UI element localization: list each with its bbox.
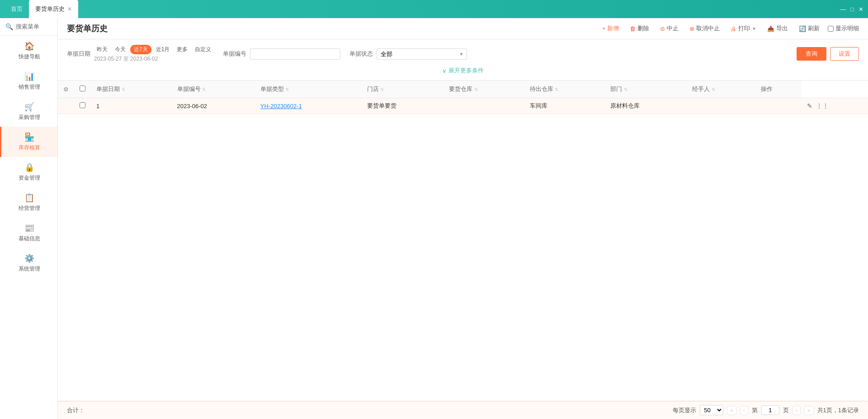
quick-nav-icon: 🏠 <box>24 41 34 51</box>
sidebar-item-quick-nav[interactable]: 🏠 快捷导航 <box>0 36 57 66</box>
delete-label: 删除 <box>637 24 649 33</box>
sidebar-item-basics[interactable]: 📰 基础信息 <box>0 218 57 248</box>
suspend-button[interactable]: ⊘ 中止 <box>657 23 681 34</box>
home-tab-label: 首页 <box>11 5 23 13</box>
content-area: 要货单历史 + 新增 🗑 删除 ⊘ 中止 ⊗ 取消中止 🖨 <box>58 18 868 419</box>
row-date: 2023-06-02 <box>177 103 208 110</box>
select-all-checkbox[interactable] <box>80 86 85 91</box>
per-page-select[interactable]: 50 100 200 <box>700 405 723 415</box>
window-minimize-btn[interactable]: — <box>840 6 846 13</box>
last-page-btn[interactable]: » <box>804 406 814 415</box>
export-label: 导出 <box>776 24 788 33</box>
export-button[interactable]: 📤 导出 <box>764 23 791 34</box>
new-button[interactable]: + 新增 <box>599 23 622 34</box>
delete-icon: 🗑 <box>630 25 636 32</box>
date-custom[interactable]: 自定义 <box>192 45 214 54</box>
col-department: 部门 ⇅ <box>605 81 687 98</box>
filter-action-buttons: 查询 设置 <box>797 47 859 61</box>
sidebar-item-purchase[interactable]: 🛒 采购管理 <box>0 96 57 127</box>
sidebar-label-basics: 基础信息 <box>19 235 40 243</box>
row-pending-warehouse: 原材料仓库 <box>610 102 640 109</box>
col-store-label: 门店 <box>367 86 379 92</box>
search-menu[interactable]: 🔍 搜索菜单 <box>0 18 57 36</box>
row-edit-icon[interactable]: ✎ <box>807 102 812 110</box>
date-filter-group: 单据日期 昨天 今天 近7天 近1月 更多 自定义 2023-05-27 至 2… <box>67 45 214 63</box>
filter-area: 单据日期 昨天 今天 近7天 近1月 更多 自定义 2023-05-27 至 2… <box>58 39 868 81</box>
status-filter-group: 单据状态 全部 待审核 已审核 已中止 <box>349 48 467 60</box>
suspend-label: 中止 <box>667 24 679 33</box>
query-button[interactable]: 查询 <box>797 47 826 61</box>
row-delete-icon[interactable]: ⋮⋮ <box>816 102 829 110</box>
next-page-btn[interactable]: › <box>793 406 801 415</box>
docno-filter-group: 单据编号 <box>223 48 340 60</box>
sort-type-icon[interactable]: ⇅ <box>285 87 289 92</box>
col-handler: 经手人 ⇅ <box>687 81 755 98</box>
sidebar-item-operation[interactable]: 📋 经营管理 <box>0 187 57 218</box>
sidebar-item-inventory[interactable]: 🏪 库存核算 <box>0 127 57 157</box>
sidebar-item-system[interactable]: ⚙️ 系统管理 <box>0 248 57 278</box>
refresh-button[interactable]: 🔄 刷新 <box>796 23 822 34</box>
cancel-suspend-label: 取消中止 <box>696 24 720 33</box>
row-checkbox[interactable] <box>80 102 85 108</box>
finance-icon: 🔒 <box>24 162 34 172</box>
print-button[interactable]: 🖨 打印 ▼ <box>728 23 759 34</box>
delete-button[interactable]: 🗑 删除 <box>627 23 652 34</box>
inventory-icon: 🏪 <box>24 132 34 142</box>
date-today[interactable]: 今天 <box>112 45 128 54</box>
status-label: 单据状态 <box>349 50 373 58</box>
sort-pending-warehouse-icon[interactable]: ⇅ <box>555 87 558 92</box>
col-store: 门店 ⇅ <box>362 81 443 98</box>
expand-more-btn[interactable]: ∨ 展开更多条件 <box>67 67 859 75</box>
page-text: 第 <box>752 406 758 414</box>
settings-button[interactable]: 设置 <box>830 47 859 61</box>
window-close-btn[interactable]: ✕ <box>859 6 863 13</box>
tab-home[interactable]: 首页 <box>5 0 29 18</box>
sort-department-icon[interactable]: ⇅ <box>624 87 627 92</box>
row-action-cell: ✎ ⋮⋮ <box>802 98 868 114</box>
sidebar-label-operation: 经营管理 <box>19 205 40 212</box>
tab-close-icon[interactable]: ✕ <box>67 6 72 12</box>
col-settings[interactable]: ⚙ <box>58 81 74 98</box>
page-label: 页 <box>783 406 789 414</box>
sort-date-icon[interactable]: ⇅ <box>122 87 125 92</box>
row-checkbox-cell <box>74 98 91 114</box>
status-select[interactable]: 全部 待审核 已审核 已中止 <box>377 48 467 60</box>
sort-no-icon[interactable]: ⇅ <box>202 87 206 92</box>
table-row: 1 2023-06-02 YH-20230602-1 要货单要货 <box>58 98 868 114</box>
sidebar-item-finance[interactable]: 🔒 资金管理 <box>0 157 57 187</box>
table-header-row: ⚙ 单据日期 ⇅ 单据编号 ⇅ 单据类型 <box>58 81 868 98</box>
first-page-btn[interactable]: « <box>727 406 736 415</box>
window-maximize-btn[interactable]: □ <box>850 6 854 13</box>
display-detail-checkbox[interactable] <box>828 26 834 32</box>
col-no: 单据编号 ⇅ <box>172 81 255 98</box>
sidebar: 🔍 搜索菜单 🏠 快捷导航 📊 销售管理 🛒 采购管理 🏪 库存核算 🔒 资金管… <box>0 18 58 419</box>
top-bar: 首页 要货单历史 ✕ — □ ✕ <box>0 0 868 18</box>
expand-more-label: 展开更多条件 <box>448 67 484 75</box>
date-yesterday[interactable]: 昨天 <box>94 45 110 54</box>
row-doc-no[interactable]: YH-20230602-1 <box>260 103 302 110</box>
row-date-cell: 2023-06-02 <box>172 98 255 114</box>
tab-requisition-history[interactable]: 要货单历史 ✕ <box>29 0 78 18</box>
display-detail-toggle[interactable]: 显示明细 <box>828 24 859 33</box>
toolbar: + 新增 🗑 删除 ⊘ 中止 ⊗ 取消中止 🖨 打印 ▼ <box>599 23 859 34</box>
col-pending-warehouse-label: 待出仓库 <box>530 86 553 92</box>
row-no-cell[interactable]: YH-20230602-1 <box>255 98 362 114</box>
refresh-label: 刷新 <box>808 24 820 33</box>
window-controls: — □ ✕ <box>840 6 863 13</box>
sort-req-warehouse-icon[interactable]: ⇅ <box>474 87 478 92</box>
docno-input[interactable] <box>250 48 340 60</box>
per-page-label: 每页显示 <box>673 406 696 414</box>
table-area: ⚙ 单据日期 ⇅ 单据编号 ⇅ 单据类型 <box>58 81 868 401</box>
date-7days[interactable]: 近7天 <box>130 45 151 54</box>
prev-page-btn[interactable]: ‹ <box>740 406 748 415</box>
sort-store-icon[interactable]: ⇅ <box>380 87 384 92</box>
print-dropdown-icon[interactable]: ▼ <box>752 26 756 31</box>
row-req-warehouse: 车间库 <box>530 102 547 109</box>
page-input[interactable] <box>761 405 779 415</box>
date-more[interactable]: 更多 <box>174 45 190 54</box>
date-1month[interactable]: 近1月 <box>153 45 173 54</box>
sort-handler-icon[interactable]: ⇅ <box>712 87 715 92</box>
total-label: 合计： <box>67 406 85 414</box>
sidebar-item-sales[interactable]: 📊 销售管理 <box>0 66 57 96</box>
cancel-suspend-button[interactable]: ⊗ 取消中止 <box>687 23 722 34</box>
